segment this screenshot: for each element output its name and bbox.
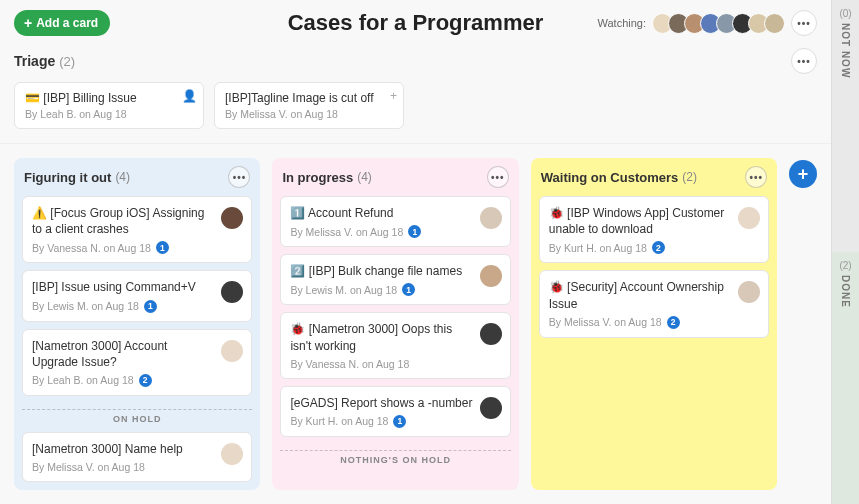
triage-title: Triage	[14, 53, 55, 69]
card-byline: By Lewis M. on Aug 181	[290, 283, 500, 296]
comment-badge: 1	[393, 415, 406, 428]
column-menu-button[interactable]: •••	[745, 166, 767, 188]
avatar[interactable]	[764, 13, 785, 34]
comment-badge: 1	[144, 300, 157, 313]
card-byline: By Melissa V. on Aug 182	[549, 316, 759, 329]
comment-badge: 2	[139, 374, 152, 387]
hold-divider: NOTHING'S ON HOLD	[280, 450, 510, 465]
assignee-avatar[interactable]	[480, 323, 502, 345]
card[interactable]: 🐞 [Nametron 3000] Oops this isn't workin…	[280, 312, 510, 378]
comment-badge: 1	[408, 225, 421, 238]
card-title: 🐞 [Security] Account Ownership Issue	[549, 279, 759, 311]
triage-section: Triage (2) ••• 💳 [IBP] Billing IssueBy L…	[0, 42, 831, 144]
side-rail: (0) NOT NOW (2) DONE	[831, 0, 859, 504]
card[interactable]: ⚠️ [Focus Group iOS] Assigning to a clie…	[22, 196, 252, 263]
column: Waiting on Customers(2)•••🐞 [IBP Windows…	[531, 158, 777, 490]
card-byline: By Vanessa N. on Aug 181	[32, 241, 242, 254]
assignee-avatar[interactable]	[221, 340, 243, 362]
card-byline: By Melissa V. on Aug 18	[225, 108, 393, 120]
add-card-label: Add a card	[36, 16, 98, 30]
card-byline: By Leah B. on Aug 18	[25, 108, 193, 120]
card-title: [Nametron 3000] Account Upgrade Issue?	[32, 338, 242, 370]
card[interactable]: 2️⃣ [IBP] Bulk change file namesBy Lewis…	[280, 254, 510, 305]
column-title: Waiting on Customers	[541, 170, 678, 185]
card-title: ⚠️ [Focus Group iOS] Assigning to a clie…	[32, 205, 242, 237]
header-menu-button[interactable]: •••	[791, 10, 817, 36]
hold-divider: ON HOLD	[22, 409, 252, 424]
comment-badge: 1	[156, 241, 169, 254]
column-count: (4)	[115, 170, 130, 184]
watchers: Watching: •••	[597, 10, 817, 36]
column-menu-button[interactable]: •••	[487, 166, 509, 188]
page-title: Cases for a Programmer	[288, 10, 544, 36]
card-title: 💳 [IBP] Billing Issue	[25, 91, 193, 105]
side-label: DONE	[840, 275, 851, 308]
card-byline: By Melissa V. on Aug 181	[290, 225, 500, 238]
add-column-button[interactable]: +	[789, 160, 817, 188]
card[interactable]: [eGADS] Report shows a -numberBy Kurt H.…	[280, 386, 510, 437]
card-byline: By Vanessa N. on Aug 18	[290, 358, 500, 370]
card[interactable]: [IBP] Issue using Command+VBy Lewis M. o…	[22, 270, 252, 321]
card-byline: By Kurt H. on Aug 182	[549, 241, 759, 254]
triage-menu-button[interactable]: •••	[791, 48, 817, 74]
card-title: [IBP]Tagline Image is cut off	[225, 91, 393, 105]
assignee-avatar[interactable]	[480, 265, 502, 287]
card-title: 🐞 [Nametron 3000] Oops this isn't workin…	[290, 321, 500, 353]
column-count: (4)	[357, 170, 372, 184]
triage-card[interactable]: 💳 [IBP] Billing IssueBy Leah B. on Aug 1…	[14, 82, 204, 129]
header: +Add a card Cases for a Programmer Watch…	[0, 0, 831, 42]
column-title: Figuring it out	[24, 170, 111, 185]
column-title: In progress	[282, 170, 353, 185]
side-count: (0)	[839, 8, 851, 19]
corner-icon: +	[390, 89, 397, 103]
side-done[interactable]: (2) DONE	[832, 252, 859, 504]
plus-icon: +	[24, 16, 32, 30]
card[interactable]: 🐞 [IBP Windows App] Customer unable to d…	[539, 196, 769, 263]
card[interactable]: [Nametron 3000] Account Upgrade Issue?By…	[22, 329, 252, 396]
watching-label: Watching:	[597, 17, 646, 29]
comment-badge: 2	[652, 241, 665, 254]
card-title: [eGADS] Report shows a -number	[290, 395, 500, 411]
side-count: (2)	[839, 260, 851, 271]
card-title: 2️⃣ [IBP] Bulk change file names	[290, 263, 500, 279]
corner-icon: 👤	[182, 89, 197, 103]
watcher-avatars[interactable]	[652, 13, 785, 34]
triage-count: (2)	[59, 54, 75, 69]
card[interactable]: 1️⃣ Account RefundBy Melissa V. on Aug 1…	[280, 196, 510, 247]
add-card-button[interactable]: +Add a card	[14, 10, 110, 36]
assignee-avatar[interactable]	[480, 207, 502, 229]
column-menu-button[interactable]: •••	[228, 166, 250, 188]
card-byline: By Melissa V. on Aug 18	[32, 461, 242, 473]
card[interactable]: [Nametron 3000] Name helpBy Melissa V. o…	[22, 432, 252, 482]
card-byline: By Kurt H. on Aug 181	[290, 415, 500, 428]
assignee-avatar[interactable]	[480, 397, 502, 419]
assignee-avatar[interactable]	[738, 207, 760, 229]
column: In progress(4)•••1️⃣ Account RefundBy Me…	[272, 158, 518, 490]
column-count: (2)	[682, 170, 697, 184]
card-title: [Nametron 3000] Name help	[32, 441, 242, 457]
side-not-now[interactable]: (0) NOT NOW	[832, 0, 859, 252]
column: Figuring it out(4)•••⚠️ [Focus Group iOS…	[14, 158, 260, 490]
side-label: NOT NOW	[840, 23, 851, 78]
comment-badge: 2	[667, 316, 680, 329]
card-title: 1️⃣ Account Refund	[290, 205, 500, 221]
card[interactable]: 🐞 [Security] Account Ownership IssueBy M…	[539, 270, 769, 337]
triage-card[interactable]: [IBP]Tagline Image is cut offBy Melissa …	[214, 82, 404, 129]
card-title: [IBP] Issue using Command+V	[32, 279, 242, 295]
card-title: 🐞 [IBP Windows App] Customer unable to d…	[549, 205, 759, 237]
card-byline: By Lewis M. on Aug 181	[32, 300, 242, 313]
card-byline: By Leah B. on Aug 182	[32, 374, 242, 387]
comment-badge: 1	[402, 283, 415, 296]
